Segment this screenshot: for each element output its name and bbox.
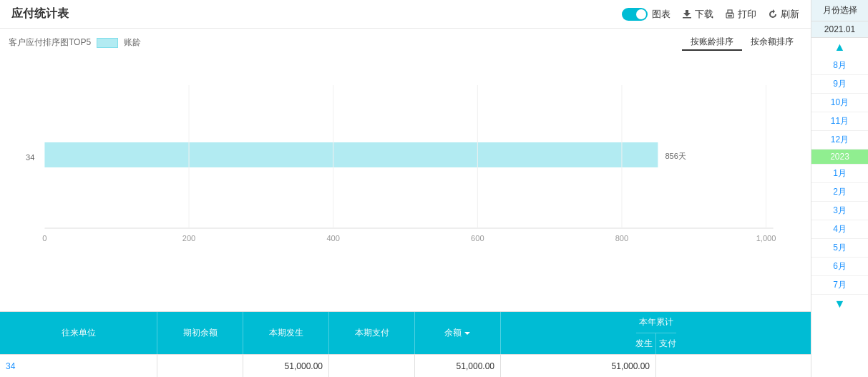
td-ytd-occur: 51,000.00: [501, 355, 656, 377]
chart-area: 客户应付排序图TOP5 账龄 按账龄排序 按余额排序 34 856天: [0, 29, 811, 311]
legend-box: [97, 38, 118, 48]
month-next-button[interactable]: ▼: [811, 295, 868, 313]
toggle-label: 图表: [652, 8, 670, 21]
download-icon: [682, 9, 692, 19]
month-prev-button[interactable]: ▲: [811, 38, 868, 57]
th-ytd-occur: 发生: [633, 333, 656, 354]
legend-title: 客户应付排序图TOP5: [9, 36, 91, 49]
sidebar-header: 月份选择: [811, 0, 868, 21]
sidebar-current-year: 2021.01: [811, 21, 868, 38]
svg-text:0: 0: [42, 234, 47, 243]
td-unit: 34: [0, 355, 157, 377]
sidebar-nav: ▲ 8月 9月 10月 11月 12月 2023 1月 2月 3月 4月 5月 …: [811, 38, 868, 313]
td-balance: 51,000.00: [415, 355, 501, 377]
chart-legend: 客户应付排序图TOP5 账龄: [9, 36, 141, 49]
th-unit: 往来单位: [0, 312, 157, 354]
ytd-label: 本年累计: [636, 312, 676, 333]
svg-rect-3: [728, 15, 732, 16]
svg-text:856天: 856天: [665, 152, 686, 160]
month-5[interactable]: 5月: [811, 239, 868, 258]
page-title: 应付统计表: [11, 6, 69, 21]
month-2[interactable]: 2月: [811, 183, 868, 202]
th-balance: 余额: [415, 312, 501, 354]
month-12[interactable]: 12月: [811, 131, 868, 150]
month-3[interactable]: 3月: [811, 202, 868, 220]
svg-rect-0: [683, 17, 691, 19]
chart-toggle-wrapper[interactable]: 图表: [622, 8, 670, 21]
svg-text:34: 34: [26, 153, 34, 162]
svg-text:400: 400: [326, 234, 339, 243]
th-ytd-pay: 支付: [656, 333, 679, 354]
sort-buttons: 按账龄排序 按余额排序: [682, 34, 802, 51]
month-sidebar: 月份选择 2021.01 ▲ 8月 9月 10月 11月 12月 2023 1月…: [811, 0, 868, 377]
td-occur: 51,000.00: [243, 355, 329, 377]
table-header-row: 往来单位 期初余额 本期发生 本期支付 余额 本年累计 发生 支付: [0, 312, 811, 354]
svg-text:600: 600: [471, 234, 484, 243]
th-opening: 期初余额: [157, 312, 243, 354]
month-list: 8月 9月 10月 11月 12月 2023 1月 2月 3月 4月 5月 6月…: [811, 57, 868, 295]
year-2023-label: 2023: [811, 150, 868, 165]
td-ytd-pay: [656, 355, 811, 377]
month-6[interactable]: 6月: [811, 258, 868, 276]
td-pay: [329, 355, 415, 377]
month-8[interactable]: 8月: [811, 57, 868, 75]
month-10[interactable]: 10月: [811, 94, 868, 112]
bar-chart-svg: 34 856天 0 200 400 600 800 1,000: [9, 57, 802, 257]
print-button[interactable]: 打印: [725, 8, 756, 21]
legend-text: 账龄: [124, 36, 141, 49]
svg-text:1,000: 1,000: [756, 234, 776, 243]
svg-text:800: 800: [615, 234, 628, 243]
th-ytd: 本年累计 发生 支付: [501, 312, 811, 354]
unit-link[interactable]: 34: [6, 361, 15, 371]
month-4[interactable]: 4月: [811, 220, 868, 239]
chart-toggle[interactable]: [622, 8, 648, 21]
month-1[interactable]: 1月: [811, 165, 868, 183]
svg-rect-4: [728, 16, 732, 17]
th-occur: 本期发生: [243, 312, 329, 354]
svg-text:200: 200: [182, 234, 195, 243]
month-11[interactable]: 11月: [811, 112, 868, 131]
svg-marker-20: [464, 332, 470, 335]
refresh-icon: [768, 9, 778, 19]
table-area: 往来单位 期初余额 本期发生 本期支付 余额 本年累计 发生 支付: [0, 311, 811, 377]
download-button[interactable]: 下载: [682, 8, 713, 21]
sort-icon: [463, 329, 472, 338]
table-row: 34 51,000.00 51,000.00 51,000.00: [0, 354, 811, 377]
td-opening: [157, 355, 243, 377]
chart-header: 客户应付排序图TOP5 账龄 按账龄排序 按余额排序: [9, 34, 802, 51]
refresh-button[interactable]: 刷新: [768, 8, 799, 21]
month-7[interactable]: 7月: [811, 276, 868, 295]
chart-body: 34 856天 0 200 400 600 800 1,000: [9, 57, 802, 305]
th-pay: 本期支付: [329, 312, 415, 354]
header-actions: 图表 下载 打印 刷新: [622, 8, 799, 21]
sort-by-balance-button[interactable]: 按账龄排序: [682, 34, 742, 51]
svg-rect-6: [44, 142, 658, 167]
month-9[interactable]: 9月: [811, 75, 868, 94]
print-icon: [725, 9, 735, 19]
sort-by-amount-button[interactable]: 按余额排序: [742, 34, 802, 51]
